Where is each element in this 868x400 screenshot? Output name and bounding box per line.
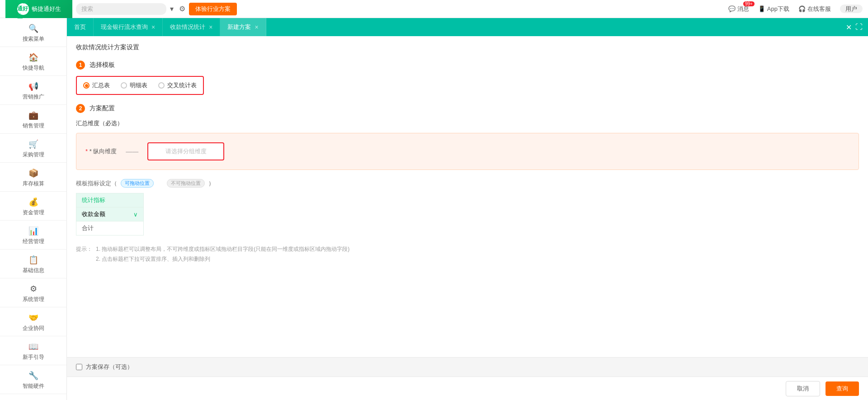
tab-bar: 首页 现金银行流水查询 × 收款情况统计 × 新建方案 × ✕ ⛶ <box>67 18 868 36</box>
sidebar-label-finance: 资金管理 <box>23 209 44 216</box>
radio-detail-label: 明细表 <box>130 81 147 89</box>
tip-text2: 2. 点击标题栏下拉可设置排序、插入列和删除列 <box>96 254 210 264</box>
tab-expand-icon[interactable]: ⛶ <box>855 23 863 31</box>
sidebar-label-basic: 基础信息 <box>23 267 44 274</box>
message-badge: 99+ <box>743 1 755 6</box>
tab-receipt[interactable]: 收款情况统计 × <box>163 18 220 36</box>
search-icon: 🔍 <box>28 24 38 33</box>
step1-number: 1 <box>76 61 85 70</box>
sidebar-label-guide: 新手引导 <box>23 353 44 361</box>
tab-cashflow-label: 现金银行流水查询 <box>101 23 148 31</box>
not-draggable-tag: 不可拖动位置 <box>167 179 205 188</box>
dim-placeholder: 请选择分组维度 <box>165 147 207 155</box>
save-checkbox[interactable] <box>76 364 82 370</box>
dim-required: * <box>85 148 88 155</box>
save-label: 方案保存（可选） <box>86 363 133 371</box>
tip-line1: 提示： 1. 拖动标题栏可以调整布局，不可跨维度或指标区域拖动栏目字段(只能在同… <box>76 245 859 254</box>
save-section: 方案保存（可选） <box>67 357 868 376</box>
sidebar-item-basic[interactable]: 📋 基础信息 <box>0 249 66 278</box>
user-avatar[interactable]: 用户 <box>840 5 863 13</box>
tab-receipt-label: 收款情况统计 <box>170 23 205 31</box>
download-label: App下载 <box>767 5 789 13</box>
query-button[interactable]: 查询 <box>826 381 859 396</box>
tip-text1: 1. 拖动标题栏可以调整布局，不可跨维度或指标区域拖动栏目字段(只能在同一维度或… <box>96 245 349 254</box>
page-content: 收款情况统计方案设置 1 选择模板 汇总表 <box>67 36 868 376</box>
sidebar-label-hardware: 智能硬件 <box>23 382 44 390</box>
sidebar-item-hardware[interactable]: 🔧 智能硬件 <box>0 365 66 394</box>
sidebar-label-marketing: 营销推广 <box>23 93 44 101</box>
message-btn[interactable]: 💬 消息 99+ <box>728 5 749 13</box>
tip-label: 提示： <box>76 245 92 254</box>
tab-bar-actions: ✕ ⛶ <box>846 23 868 32</box>
collab-icon: 🤝 <box>28 313 38 323</box>
sidebar-item-system[interactable]: ⚙ 系统管理 <box>0 278 66 307</box>
metric-row[interactable]: 收款金额 ∨ <box>76 207 143 221</box>
footer-actions: 取消 查询 <box>67 376 868 400</box>
trial-btn[interactable]: 体验行业方案 <box>189 3 237 15</box>
tab-newplan-label: 新建方案 <box>227 23 251 31</box>
sidebar-label-operations: 经营管理 <box>23 238 44 245</box>
tips-section: 提示： 1. 拖动标题栏可以调整布局，不可跨维度或指标区域拖动栏目字段(只能在同… <box>76 245 859 264</box>
page-title: 收款情况统计方案设置 <box>76 43 859 52</box>
dropdown-icon[interactable]: ▾ <box>170 5 174 13</box>
radio-summary[interactable]: 汇总表 <box>83 81 110 89</box>
finance-icon: 💰 <box>28 197 38 207</box>
gear-icon[interactable]: ⚙ <box>179 5 185 13</box>
sidebar-item-collab[interactable]: 🤝 企业协同 <box>0 307 66 336</box>
sidebar: 🔍 搜索菜单 🏠 快捷导航 📢 营销推广 💼 销售管理 🛒 采购管理 📦 <box>0 18 67 400</box>
download-btn[interactable]: 📱 App下载 <box>758 5 789 13</box>
sidebar-item-inventory[interactable]: 📦 库存核算 <box>0 163 66 192</box>
sidebar-item-quicknav[interactable]: 🏠 快捷导航 <box>0 47 66 76</box>
metrics-config-label: 模板指标设定（ 可拖动位置 不可拖动位置 ） <box>76 179 859 188</box>
marketing-icon: 📢 <box>28 81 38 91</box>
tab-receipt-close[interactable]: × <box>209 24 212 31</box>
operations-icon: 📊 <box>28 226 38 236</box>
tab-close-icon[interactable]: ✕ <box>846 23 852 32</box>
tip-line2: 提示： 2. 点击标题栏下拉可设置排序、插入列和删除列 <box>76 254 859 264</box>
sidebar-item-marketing[interactable]: 📢 营销推广 <box>0 76 66 105</box>
metrics-table-wrap: 统计指标 收款金额 ∨ 合计 <box>76 193 859 235</box>
top-header: 畅捷通好生 畅捷通好生 搜索 ▾ ⚙ 体验行业方案 💬 消息 99+ 📱 App… <box>0 0 868 18</box>
draggable-tag: 可拖动位置 <box>121 179 154 188</box>
radio-cross-circle <box>158 82 165 89</box>
search-bar[interactable]: 搜索 <box>76 3 166 15</box>
step2-title: 方案配置 <box>90 104 115 113</box>
sidebar-item-search[interactable]: 🔍 搜索菜单 <box>0 18 66 47</box>
tab-cashflow-close[interactable]: × <box>151 24 155 31</box>
radio-cross[interactable]: 交叉统计表 <box>158 81 197 89</box>
sidebar-item-operations[interactable]: 📊 经营管理 <box>0 221 66 249</box>
tab-cashflow[interactable]: 现金银行流水查询 × <box>94 18 163 36</box>
hardware-icon: 🔧 <box>28 371 38 381</box>
metrics-table: 统计指标 收款金额 ∨ 合计 <box>76 193 144 235</box>
message-icon: 💬 <box>728 5 736 12</box>
sidebar-label-quicknav: 快捷导航 <box>23 64 44 72</box>
sidebar-item-finance[interactable]: 💰 资金管理 <box>0 192 66 221</box>
inventory-icon: 📦 <box>28 168 38 178</box>
step1-section: 1 选择模板 汇总表 明细表 <box>76 61 859 95</box>
search-placeholder: 搜索 <box>81 5 93 13</box>
app-logo-text: 畅捷通好生 <box>32 5 61 13</box>
sidebar-item-wechat[interactable]: 💬 企业微信 <box>0 394 66 400</box>
right-tools: 💬 消息 99+ 📱 App下载 🎧 在线客服 用户 <box>728 5 863 13</box>
sidebar-item-purchase[interactable]: 🛒 采购管理 <box>0 134 66 163</box>
tab-home[interactable]: 首页 <box>67 18 94 36</box>
cancel-button[interactable]: 取消 <box>786 381 820 396</box>
sales-icon: 💼 <box>28 110 38 120</box>
dim-select-box[interactable]: 请选择分组维度 <box>147 142 224 160</box>
dimension-area: * * 纵向维度 —— 请选择分组维度 <box>76 133 859 170</box>
sidebar-item-sales[interactable]: 💼 销售管理 <box>0 105 66 134</box>
tab-newplan-close[interactable]: × <box>255 24 258 31</box>
radio-summary-circle <box>83 82 90 89</box>
sidebar-item-guide[interactable]: 📖 新手引导 <box>0 336 66 365</box>
metrics-table-header: 统计指标 <box>76 193 143 207</box>
metric-name: 收款金额 <box>82 210 105 218</box>
dimension-config-label: 汇总维度（必选） <box>76 119 859 127</box>
tab-newplan[interactable]: 新建方案 × <box>220 18 266 36</box>
template-select: 汇总表 明细表 交叉统计表 <box>76 76 204 95</box>
service-btn[interactable]: 🎧 在线客服 <box>798 5 831 13</box>
radio-detail[interactable]: 明细表 <box>121 81 147 89</box>
sidebar-label-purchase: 采购管理 <box>23 151 44 159</box>
step2-number: 2 <box>76 104 85 113</box>
radio-summary-label: 汇总表 <box>92 81 110 89</box>
sidebar-label-system: 系统管理 <box>23 296 44 303</box>
